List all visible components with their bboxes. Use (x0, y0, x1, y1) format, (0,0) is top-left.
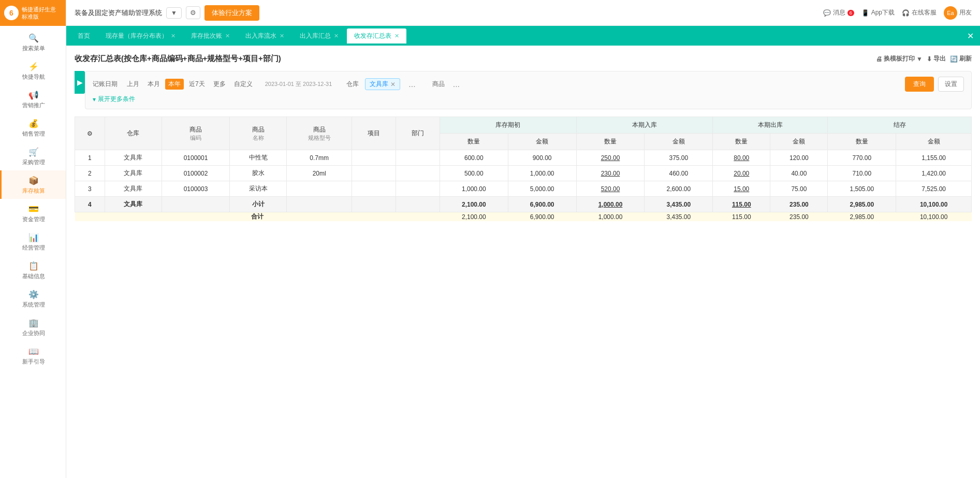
tab-bar-close-button[interactable]: ✕ (965, 29, 976, 43)
query-button[interactable]: 查询 (905, 77, 934, 92)
tab-home-label: 首页 (78, 32, 90, 40)
tab-home[interactable]: 首页 (70, 28, 97, 44)
expand-more-filters[interactable]: ▾ 展开更多条件 (93, 95, 964, 104)
cell-code (162, 197, 230, 212)
message-button[interactable]: 💬 消息 6 (823, 8, 854, 17)
col-group-bal: 结存 (828, 117, 972, 134)
date-btn-7days[interactable]: 近7天 (186, 79, 208, 90)
col-init-amt: 金额 (508, 134, 576, 150)
sidebar-item-marketing[interactable]: 📢 营销推广 (0, 85, 66, 113)
cell-out-qty[interactable]: 20.00 (713, 166, 770, 181)
sidebar-item-label: 库存核算 (22, 187, 45, 195)
cell-in-qty[interactable]: 230.00 (576, 166, 645, 181)
cell-code: 0100002 (162, 166, 230, 181)
sidebar-item-finance[interactable]: 💳 资金管理 (0, 199, 66, 227)
business-icon: 📊 (28, 233, 39, 242)
print-label: 换模板打印 (884, 54, 915, 63)
col-out-amt: 金额 (770, 134, 828, 150)
goods-more-button[interactable]: ... (451, 80, 462, 89)
main-content: 装备及固定资产辅助管理系统 ▼ ⚙ 体验行业方案 💬 消息 6 📱 App下载 … (66, 0, 980, 478)
tab-inout-flow[interactable]: 出入库流水 ✕ (238, 28, 291, 44)
sidebar-item-basic[interactable]: 📋 基础信息 (0, 256, 66, 284)
col-project: 项目 (352, 117, 396, 150)
date-btn-this-month[interactable]: 本月 (144, 79, 163, 90)
tab-recv-summary-label: 收发存汇总表 (354, 32, 391, 40)
sidebar-item-quick-nav[interactable]: ⚡ 快捷导航 (0, 56, 66, 85)
sidebar-item-system[interactable]: ⚙️ 系统管理 (0, 284, 66, 313)
tab-close-icon[interactable]: ✕ (280, 33, 284, 39)
filter-area: 记账日期 上月 本月 本年 近7天 更多 自定义 2023-01-01 至 20… (85, 71, 972, 109)
sidebar-item-inventory[interactable]: 📦 库存核算 (0, 170, 66, 199)
date-btn-this-year[interactable]: 本年 (165, 79, 184, 90)
tab-close-icon[interactable]: ✕ (394, 33, 399, 39)
tab-bar: 首页 现存量（库存分布表） ✕ 库存批次账 ✕ 出入库流水 ✕ 出入库汇总 ✕ … (66, 26, 980, 46)
sidebar-item-enterprise[interactable]: 🏢 企业协同 (0, 313, 66, 341)
subtotal-row: 4 文具库 小计 2,100.00 6,900.00 1,000.00 3,43… (75, 197, 972, 212)
cell-dept (396, 197, 440, 212)
cell-out-qty[interactable]: 80.00 (713, 150, 770, 166)
warehouse-tag-text: 文具库 (370, 80, 388, 89)
col-bal-qty: 数量 (828, 134, 896, 150)
col-in-qty: 数量 (576, 134, 645, 150)
tab-recv-summary[interactable]: 收发存汇总表 ✕ (347, 28, 406, 44)
export-label: 导出 (933, 54, 946, 63)
sidebar-logo: 6 畅捷通好生意 标准版 (0, 0, 66, 26)
footer-out-amt: 235.00 (770, 212, 828, 222)
sidebar-item-label: 搜索菜单 (22, 45, 45, 52)
tab-close-icon[interactable]: ✕ (225, 33, 230, 39)
warehouse-tag-close-icon[interactable]: ✕ (390, 81, 396, 88)
sidebar-item-purchase[interactable]: 🛒 采购管理 (0, 142, 66, 170)
filter-expand-button[interactable]: ▶ (75, 71, 85, 94)
cell-name: 中性笔 (230, 150, 287, 166)
cell-in-qty[interactable]: 1,000.00 (576, 197, 645, 212)
tab-close-icon[interactable]: ✕ (171, 33, 175, 39)
cell-init-amt: 1,000.00 (508, 166, 576, 181)
refresh-button[interactable]: 🔄 刷新 (950, 54, 972, 63)
col-settings[interactable]: ⚙ (75, 117, 105, 150)
col-name: 商品名称 (230, 117, 287, 150)
tab-inout-summary[interactable]: 出入库汇总 ✕ (292, 28, 346, 44)
refresh-label: 刷新 (959, 54, 972, 63)
sidebar-item-sales[interactable]: 💰 销售管理 (0, 113, 66, 142)
tab-batch-ledger[interactable]: 库存批次账 ✕ (184, 28, 237, 44)
filter-settings-button[interactable]: 设置 (938, 77, 964, 92)
export-button[interactable]: ⬇ 导出 (927, 54, 946, 63)
online-support-button[interactable]: 🎧 在线客服 (902, 8, 937, 17)
footer-bal-qty: 2,985.00 (828, 212, 896, 222)
col-in-amt: 金额 (645, 134, 713, 150)
col-init-qty: 数量 (440, 134, 508, 150)
cell-out-qty[interactable]: 115.00 (713, 197, 770, 212)
system-icon: ⚙️ (28, 289, 39, 299)
phone-icon: 📱 (861, 9, 869, 17)
cell-in-amt: 3,435.00 (645, 197, 713, 212)
cell-in-qty[interactable]: 520.00 (576, 181, 645, 197)
print-button[interactable]: 🖨 换模板打印 ▼ (876, 54, 923, 63)
table-row: 1 文具库 0100001 中性笔 0.7mm 600.00 900.00 25… (75, 150, 972, 166)
cell-no: 4 (75, 197, 105, 212)
sidebar-item-search[interactable]: 🔍 搜索菜单 (0, 28, 66, 56)
footer-init-qty: 2,100.00 (440, 212, 508, 222)
cell-project (352, 150, 396, 166)
cell-code: 0100001 (162, 150, 230, 166)
cell-bal-amt: 7,525.00 (896, 181, 972, 197)
sidebar-item-guide[interactable]: 📖 新手引导 (0, 341, 66, 370)
warehouse-more-button[interactable]: ... (406, 80, 417, 89)
sidebar-item-business[interactable]: 📊 经营管理 (0, 227, 66, 256)
cell-project (352, 197, 396, 212)
data-table-wrapper: ⚙ 仓库 商品编码 商品名称 商品规格型号 项目 部门 库存期初 本期入库 本期… (75, 117, 972, 221)
user-menu[interactable]: Ea 用友 (944, 6, 972, 20)
tab-close-icon[interactable]: ✕ (334, 33, 339, 39)
page-title-row: 收发存汇总表(按仓库+商品编码+商品+规格型号+项目+部门) 🖨 换模板打印 ▼… (75, 54, 972, 64)
tab-inventory-dist[interactable]: 现存量（库存分布表） ✕ (98, 28, 183, 44)
cell-in-qty[interactable]: 250.00 (576, 150, 645, 166)
date-btn-custom[interactable]: 自定义 (231, 79, 256, 90)
cell-out-qty[interactable]: 15.00 (713, 181, 770, 197)
date-btn-last-month[interactable]: 上月 (124, 79, 142, 90)
top-header: 装备及固定资产辅助管理系统 ▼ ⚙ 体验行业方案 💬 消息 6 📱 App下载 … (66, 0, 980, 26)
system-dropdown-button[interactable]: ▼ (166, 7, 182, 19)
cell-no: 1 (75, 150, 105, 166)
date-btn-more[interactable]: 更多 (210, 79, 229, 90)
trial-button[interactable]: 体验行业方案 (204, 5, 259, 21)
app-download-button[interactable]: 📱 App下载 (861, 8, 895, 17)
settings-gear-button[interactable]: ⚙ (186, 6, 200, 19)
